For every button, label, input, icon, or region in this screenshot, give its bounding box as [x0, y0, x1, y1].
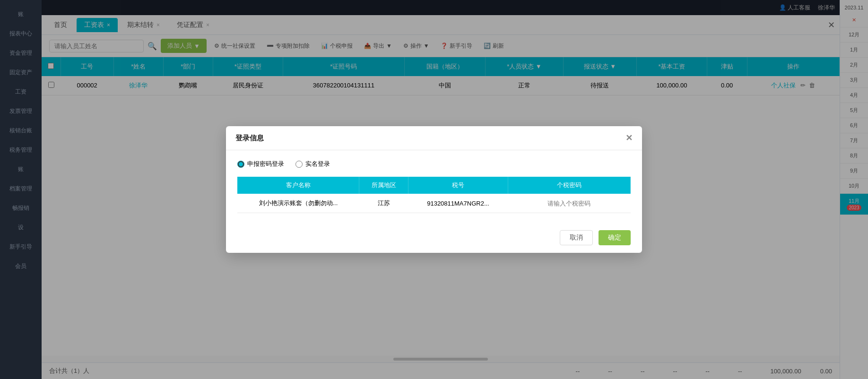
tax-password-input[interactable] [513, 200, 625, 207]
col-tax-number: 税号 [408, 177, 508, 194]
login-type-radio-group: 申报密码登录 实名登录 [237, 160, 631, 168]
modal-body: 申报密码登录 实名登录 客户名称 所属地区 税号 个税密码 [226, 150, 642, 223]
cell-client-name: 刘小艳演示账套（勿删勿动... [237, 194, 359, 213]
password-login-radio-label[interactable]: 申报密码登录 [237, 160, 284, 168]
col-tax-password: 个税密码 [508, 177, 630, 194]
realname-login-radio[interactable] [295, 161, 303, 168]
cell-region: 江苏 [359, 194, 408, 213]
password-login-radio[interactable] [237, 161, 244, 168]
login-modal: 登录信息 ✕ 申报密码登录 实名登录 客户名称 所属地区 [226, 126, 642, 253]
col-region: 所属地区 [359, 177, 408, 194]
cell-tax-number: 91320811MA7NGR2... [408, 194, 508, 213]
realname-login-radio-label[interactable]: 实名登录 [295, 160, 330, 168]
modal-close-button[interactable]: ✕ [625, 133, 633, 143]
cell-tax-password[interactable] [508, 194, 630, 213]
col-client-name: 客户名称 [237, 177, 359, 194]
client-table-row: 刘小艳演示账套（勿删勿动... 江苏 91320811MA7NGR2... [237, 194, 631, 213]
confirm-button[interactable]: 确定 [599, 230, 631, 245]
cancel-button[interactable]: 取消 [560, 230, 593, 245]
modal-footer: 取消 确定 [226, 223, 642, 253]
client-table: 客户名称 所属地区 税号 个税密码 刘小艳演示账套（勿删勿动... 江苏 913… [237, 177, 631, 213]
modal-title: 登录信息 [235, 134, 264, 143]
modal-backdrop: 登录信息 ✕ 申报密码登录 实名登录 客户名称 所属地区 [0, 0, 868, 379]
modal-header: 登录信息 ✕ [226, 126, 642, 150]
